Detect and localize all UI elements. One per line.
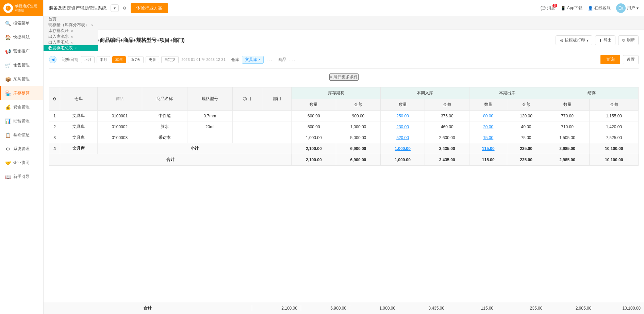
footer-total-table: 合计 2,100.00 6,900.00 1,000.00 3,435.00 1… (44, 305, 644, 311)
experience-btn[interactable]: 体验行业方案 (131, 3, 168, 13)
date-btn-this-month[interactable]: 本月 (97, 56, 110, 63)
page-actions: 🖨 按模板打印 ▾ ⬇ 导出 ↻ 刷新 (556, 35, 639, 45)
warehouse-more-btn[interactable]: ... (266, 56, 273, 63)
tab-5[interactable]: 收发存汇总表× (44, 45, 98, 51)
tab-2[interactable]: 库存批次账× (44, 28, 98, 34)
footer-opening-amount: 6,900.00 (301, 305, 350, 311)
logo-icon: 6 (3, 3, 13, 13)
warehouse-remove-btn[interactable]: × (259, 58, 261, 62)
app-download-btn[interactable]: 📱 App下载 (561, 5, 582, 11)
tab-0[interactable]: 首页 (44, 16, 98, 22)
expand-icon: ▾ (330, 75, 332, 80)
date-btn-more[interactable]: 更多 (146, 56, 159, 63)
sidebar-label-guide: 新手引导 (13, 174, 30, 180)
setting-btn[interactable]: 设置 (623, 55, 639, 64)
message-btn[interactable]: 💬 消息 6 (541, 5, 555, 11)
col-opening-qty-header: 数量 (292, 99, 336, 111)
subtotal-outq[interactable]: 115.00 (469, 143, 507, 154)
tab-1[interactable]: 现存量（库存分布表）× (44, 22, 98, 28)
sidebar-icon-guide: 📖 (5, 174, 11, 180)
refresh-btn[interactable]: ↻ 刷新 (618, 35, 639, 45)
sidebar-label-inventory: 库存核算 (13, 90, 30, 96)
filter-action-area: 查询 设置 (600, 55, 639, 64)
sidebar-item-sales[interactable]: 🛒 销售管理 (0, 58, 43, 72)
col-warehouse-header: 仓库 (60, 87, 98, 111)
system-selector[interactable]: ▾ (111, 4, 119, 12)
tab-close-3[interactable]: × (71, 35, 73, 39)
tab-4[interactable]: 出入库汇总× (44, 39, 98, 45)
cell-outq-2[interactable]: 15.00 (469, 132, 507, 143)
cell-outq-1[interactable]: 20.00 (469, 121, 507, 132)
subtotal-label: 小计 (97, 143, 292, 154)
cell-outq-0[interactable]: 80.00 (469, 111, 507, 121)
sidebar-item-finance[interactable]: 💰 资金管理 (0, 100, 43, 114)
tab-close-4[interactable]: × (71, 40, 73, 45)
col-department-header: 部门 (262, 87, 292, 111)
tab-close-5[interactable]: × (75, 46, 77, 50)
sidebar-item-business[interactable]: 📊 经营管理 (0, 114, 43, 128)
sidebar-item-basic[interactable]: 📋 基础信息 (0, 128, 43, 142)
query-btn[interactable]: 查询 (600, 55, 620, 64)
tab-label-0: 首页 (48, 16, 56, 22)
goods-filter-label: 商品 (278, 57, 286, 63)
export-btn[interactable]: ⬇ 导出 (595, 35, 615, 45)
tab-3[interactable]: 出入库流水× (44, 34, 98, 39)
subtotal-ia: 3,435.00 (425, 143, 469, 154)
total-in-amount: 3,435.00 (425, 154, 469, 166)
sidebar-icon-search: 🔍 (5, 21, 11, 26)
cell-dept-1 (262, 121, 292, 132)
user-area[interactable]: Ea 用户 ▾ (616, 3, 639, 13)
footer-opening-qty: 2,100.00 (252, 305, 301, 311)
gear-btn[interactable]: ⚙ (123, 6, 127, 11)
date-btn-custom[interactable]: 自定义 (161, 56, 179, 63)
footer-total-bar: 合计 2,100.00 6,900.00 1,000.00 3,435.00 1… (44, 302, 644, 314)
table-row: 3 文具库 0100003 采访本 1,000.00 5,000.00 520.… (49, 132, 639, 143)
cell-oq-1: 500.00 (292, 121, 336, 132)
sidebar-item-marketing[interactable]: 📢 营销推广 (0, 44, 43, 58)
date-btn-7days[interactable]: 近7天 (128, 56, 144, 63)
sidebar-label-system: 系统管理 (13, 146, 30, 152)
cell-dept-2 (262, 132, 292, 143)
cell-warehouse-1: 文具库 (60, 121, 98, 132)
sidebar-item-quick[interactable]: 🏠 快捷导航 (0, 30, 43, 44)
sidebar-item-inventory[interactable]: 🏪 库存核算 (0, 86, 43, 100)
download-icon: 📱 (561, 6, 566, 11)
filter-collapse-btn[interactable]: ◀ (49, 56, 56, 63)
date-btn-last-month[interactable]: 上月 (81, 56, 95, 63)
warehouse-filter-label: 仓库 (231, 57, 239, 63)
subtotal-iq[interactable]: 1,000.00 (380, 143, 425, 154)
table-row: 2 文具库 0100002 胶水 20ml 500.00 1,000.00 23… (49, 121, 639, 132)
cell-iq-2[interactable]: 520.00 (380, 132, 425, 143)
footer-in-amount: 3,435.00 (399, 305, 448, 311)
sidebar-item-system[interactable]: ⚙ 系统管理 (0, 142, 43, 156)
sidebar-label-finance: 资金管理 (13, 104, 30, 110)
date-btn-this-year[interactable]: 本年 (112, 56, 126, 63)
cell-ca-1: 1,420.00 (590, 121, 639, 132)
cell-ca-2: 7,525.00 (590, 132, 639, 143)
total-opening-amount: 6,900.00 (336, 154, 381, 166)
topbar: 装备及固定资产辅助管理系统 ▾ ⚙ 体验行业方案 💬 消息 6 📱 App下载 … (44, 0, 644, 16)
subtotal-outa: 235.00 (507, 143, 545, 154)
cell-project-1 (232, 121, 262, 132)
cell-iq-1[interactable]: 230.00 (380, 121, 425, 132)
col-out-amount-header: 金额 (507, 99, 545, 111)
sidebar-label-purchase: 采购管理 (13, 76, 30, 82)
table-settings-icon[interactable]: ⚙ (49, 87, 60, 111)
sidebar-item-collab[interactable]: 🤝 企业协同 (0, 156, 43, 170)
table-body: 1 文具库 0100001 中性笔 0.7mm 600.00 900.00 25… (49, 111, 639, 154)
tab-close-2[interactable]: × (71, 29, 73, 33)
goods-more-btn[interactable]: ... (289, 56, 296, 63)
footer-total-label: 合计 (44, 305, 252, 311)
date-range-display: 2023-01-01 至 2023-12-31 (181, 57, 226, 62)
sidebar-icon-system: ⚙ (5, 146, 11, 152)
sidebar-item-purchase[interactable]: 📦 采购管理 (0, 72, 43, 86)
tab-close-1[interactable]: × (91, 23, 93, 27)
logo-text: 畅捷通好生意 标准版 (15, 3, 37, 13)
col-out-qty-header: 数量 (469, 99, 507, 111)
sidebar-item-search[interactable]: 🔍 搜索菜单 (0, 16, 43, 30)
print-btn[interactable]: 🖨 按模板打印 ▾ (556, 35, 592, 45)
sidebar-item-guide[interactable]: 📖 新手引导 (0, 170, 43, 184)
expand-more-btn[interactable]: ▾ 展开更多条件 (329, 73, 359, 81)
online-service-btn[interactable]: 👤 在线客服 (588, 5, 611, 11)
cell-iq-0[interactable]: 250.00 (380, 111, 425, 121)
